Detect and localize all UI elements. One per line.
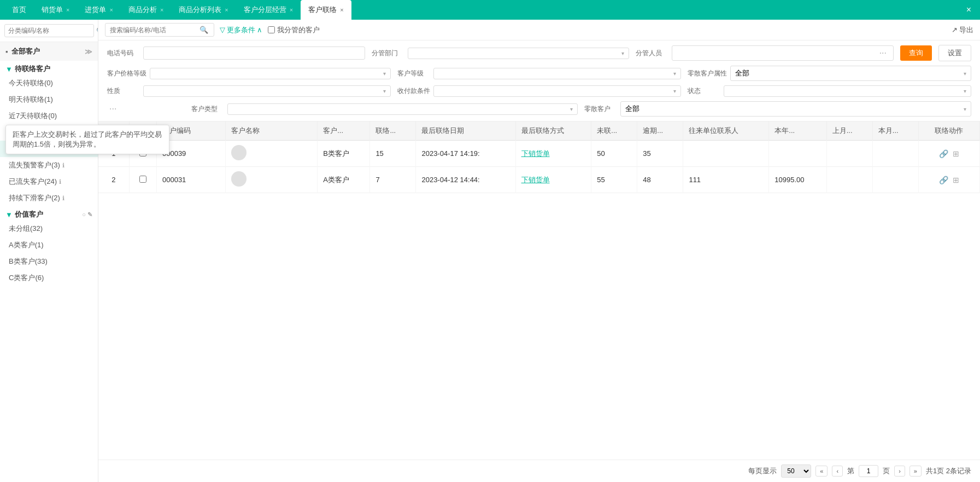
phone-input[interactable] (143, 47, 365, 60)
search-input[interactable] (110, 26, 197, 34)
row-overdue-2: 48 (637, 167, 683, 193)
sidebar-item-tomorrow[interactable]: 明天待联络(1) (0, 91, 98, 108)
window-close-button[interactable]: × (962, 5, 976, 15)
nav-tab-purchase[interactable]: 进货单 × (77, 0, 120, 20)
grid-icon-1[interactable]: ⊞ (953, 149, 959, 158)
row-last-method-2[interactable]: 下销货单 (515, 167, 591, 193)
link-icon-2[interactable]: 🔗 (939, 176, 948, 184)
pending-group-label: ▼ 待联络客户 (0, 61, 98, 75)
person-select[interactable]: ··· (672, 45, 894, 61)
nav-tab-analysis-list-close[interactable]: × (225, 7, 228, 13)
export-button[interactable]: ↗ 导出 (952, 25, 973, 35)
table-row: 2 000031 A类客户 7 2023-04-12 14:44: 下销货单 (98, 167, 980, 193)
page-input[interactable] (859, 465, 878, 477)
nav-tab-customer-contact-close[interactable]: × (340, 7, 343, 13)
nature-select[interactable]: ▾ (143, 85, 391, 97)
table-wrapper: ⚙ 客户编码 客户名称 客户... (98, 121, 980, 460)
th-this-month[interactable]: 本月... (872, 121, 918, 141)
th-name[interactable]: 客户名称 (226, 121, 318, 141)
status-select[interactable]: ▾ (724, 85, 971, 97)
prev-page-button[interactable]: ‹ (832, 466, 843, 477)
link-icon-1[interactable]: 🔗 (939, 149, 948, 158)
nav-tab-sales-close[interactable]: × (66, 7, 69, 13)
nav-tab-home[interactable]: 首页 (4, 0, 34, 20)
tooltip-box: 距客户上次交易时长，超过了此客户的平均交易周期的1.5倍，则视为异常。 (5, 125, 169, 154)
sidebar-item-7days[interactable]: 近7天待联络(0) (0, 108, 98, 124)
retail-customer-label: 零散客户 (584, 104, 617, 114)
content-area: 🔍 ▽ 更多条件 ∧ 我分管的客户 ↗ 导出 电话号码 (98, 20, 980, 482)
customer-type-select[interactable]: ▾ (227, 103, 578, 115)
info-icon-declining[interactable]: ℹ (62, 195, 64, 202)
grid-icon-2[interactable]: ⊞ (953, 176, 959, 184)
sidebar-item-churned[interactable]: 已流失客户(24) ℹ (0, 173, 98, 190)
row-last-method-1[interactable]: 下销货单 (515, 141, 591, 167)
payment-terms-select[interactable]: ▾ (433, 85, 681, 97)
my-customers-checkbox[interactable] (268, 26, 275, 33)
method-link-1[interactable]: 下销货单 (521, 149, 550, 158)
more-conditions-btn[interactable]: ▽ 更多条件 ∧ (220, 25, 262, 35)
phone-label: 电话号码 (107, 49, 140, 58)
row-last-date-1: 2023-04-17 14:19: (416, 141, 515, 167)
chevron-up-icon: ∧ (257, 26, 262, 34)
row-last-month-1 (826, 141, 872, 167)
per-page-select[interactable]: 50 100 200 (781, 464, 811, 478)
avatar-1 (231, 145, 247, 160)
nav-tab-customer-contact[interactable]: 客户联络 × (301, 0, 351, 20)
sidebar-item-churn-warning[interactable]: 流失预警客户(3) ℹ (0, 157, 98, 173)
sidebar-item-unclassified[interactable]: 未分组(32) (0, 220, 98, 237)
th-last-month[interactable]: 上月... (826, 121, 872, 141)
row-this-year-1 (769, 141, 826, 167)
th-this-year[interactable]: 本年... (769, 121, 826, 141)
nav-tab-purchase-close[interactable]: × (109, 7, 113, 13)
row-not-contacted-2: 55 (591, 167, 637, 193)
nature-label: 性质 (107, 86, 140, 96)
price-grade-select[interactable]: ▾ (150, 68, 391, 79)
info-icon-churned[interactable]: ℹ (59, 178, 61, 185)
th-last-contact-date[interactable]: 最后联络日期 (416, 121, 515, 141)
nav-tab-analysis[interactable]: 商品分析 × (121, 0, 171, 20)
nav-tab-segmentation-close[interactable]: × (290, 7, 293, 13)
nav-tab-segmentation[interactable]: 客户分层经营 × (236, 0, 301, 20)
row-this-year-2: 10995.00 (769, 167, 826, 193)
nav-tab-analysis-close[interactable]: × (160, 7, 163, 13)
collapse-arrow-icon[interactable]: ≫ (85, 48, 92, 56)
dots-icon[interactable]: ··· (877, 48, 889, 58)
info-icon-churn[interactable]: ℹ (62, 162, 64, 169)
filter-row-3: 性质 ▾ 收付款条件 ▾ 状态 (107, 85, 971, 97)
row-checkbox-2[interactable] (139, 176, 146, 183)
nav-tab-sales[interactable]: 销货单 × (34, 0, 77, 20)
th-contacts[interactable]: 往来单位联系人 (683, 121, 769, 141)
nav-tab-analysis-list[interactable]: 商品分析列表 × (171, 0, 236, 20)
query-button[interactable]: 查询 (900, 45, 932, 61)
settings-button[interactable]: 设置 (938, 45, 971, 61)
chevron-down-icon-6: ▾ (673, 88, 676, 94)
sidebar-item-class-b[interactable]: B类客户(33) (0, 253, 98, 270)
search-icon[interactable]: 🔍 (199, 26, 208, 34)
filter-retail-attr: 零散客户属性 全部 ▾ (688, 66, 971, 81)
th-not-contacted[interactable]: 未联... (591, 121, 637, 141)
price-grade-label: 客户价格等级 (107, 69, 146, 78)
sidebar-item-class-c[interactable]: C类客户(6) (0, 270, 98, 286)
edit-icon[interactable]: ○ ✎ (82, 211, 92, 218)
retail-customer-select[interactable]: 全部 ▾ (620, 101, 971, 117)
method-link-2[interactable]: 下销货单 (521, 176, 550, 184)
sidebar-all-customers[interactable]: ▪ 全部客户 ≫ (0, 42, 98, 61)
sidebar-item-class-a[interactable]: A类客户(1) (0, 237, 98, 253)
th-contact-count[interactable]: 联络... (370, 121, 416, 141)
chevron-down-icon-7: ▾ (964, 88, 966, 94)
sidebar-item-declining[interactable]: 持续下滑客户(2) ℹ (0, 190, 98, 206)
sidebar-search-input[interactable] (4, 24, 94, 37)
filter-row-4: ··· 客户类型 ▾ 零散客户 全部 ▾ (107, 101, 971, 117)
more-dots-icon[interactable]: ··· (107, 104, 119, 114)
row-code-2: 000031 (156, 167, 225, 193)
th-overdue[interactable]: 逾期... (637, 121, 683, 141)
th-type[interactable]: 客户... (318, 121, 370, 141)
retail-attr-select[interactable]: 全部 ▾ (730, 66, 971, 81)
dept-select[interactable]: ▾ (408, 48, 630, 59)
first-page-button[interactable]: « (815, 466, 828, 477)
customer-grade-select[interactable]: ▾ (433, 68, 681, 79)
th-last-contact-method[interactable]: 最后联络方式 (515, 121, 591, 141)
next-page-button[interactable]: › (894, 466, 905, 477)
sidebar-item-today[interactable]: 今天待联络(0) (0, 75, 98, 91)
last-page-button[interactable]: » (909, 466, 922, 477)
